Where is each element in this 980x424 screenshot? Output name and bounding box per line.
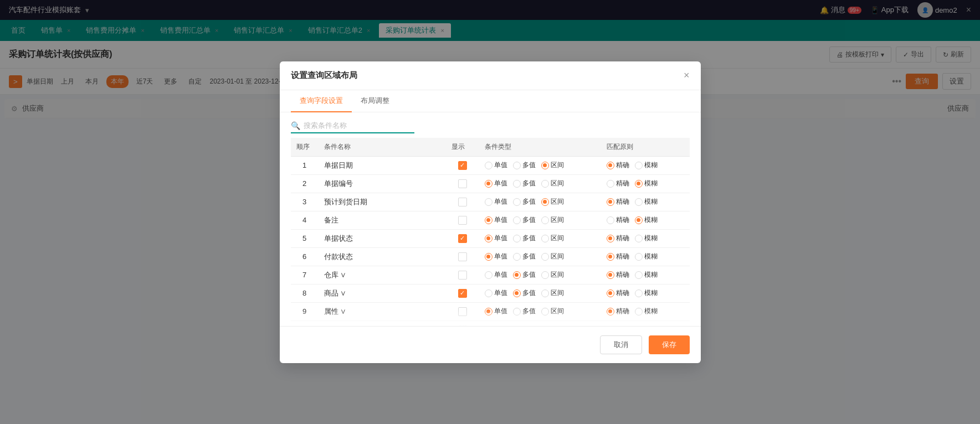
search-input-wrap: 🔍 <box>291 119 414 123</box>
modal-overlay: 设置查询区域布局 × 查询字段设置 布局调整 🔍 <box>0 0 980 123</box>
dialog-title: 设置查询区域布局 <box>291 70 357 81</box>
tab-query-fields[interactable]: 查询字段设置 <box>291 90 352 112</box>
tab-layout-adjust[interactable]: 布局调整 <box>352 90 398 112</box>
dialog-close-btn[interactable]: × <box>684 70 690 80</box>
dialog: 设置查询区域布局 × 查询字段设置 布局调整 🔍 <box>280 61 701 123</box>
dialog-tabs: 查询字段设置 布局调整 <box>280 90 701 112</box>
dialog-search-bar: 🔍 <box>280 112 701 123</box>
dialog-header: 设置查询区域布局 × <box>280 61 701 90</box>
search-icon: 🔍 <box>291 121 300 123</box>
search-input[interactable] <box>304 121 414 123</box>
